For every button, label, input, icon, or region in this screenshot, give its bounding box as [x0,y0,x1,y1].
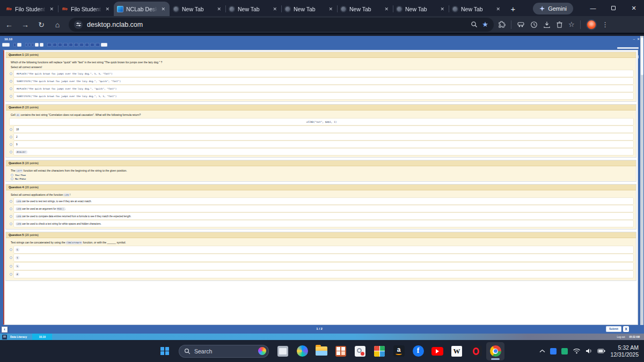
logout-link[interactable]: Log out [617,336,625,338]
quiz-nav-button[interactable] [40,43,43,47]
tab-close-icon[interactable]: ✕ [48,6,55,12]
answer-option[interactable]: % [10,263,633,270]
answer-option[interactable]: LEN can be used to compare data entries … [10,213,633,219]
extensions-icon[interactable] [498,21,506,28]
tab-close-icon[interactable]: ✕ [160,6,166,12]
checkbox-icon[interactable] [10,72,12,75]
quiz-nav-button[interactable] [90,43,94,47]
browser-tab[interactable]: New Tab✕ [337,2,393,16]
restore-button[interactable] [603,0,624,16]
checkbox-icon[interactable] [10,215,12,218]
answer-option[interactable]: No / False [11,177,633,180]
checkbox-icon[interactable] [10,143,12,146]
browser-tab[interactable]: NCLab Desk✕ [114,2,170,16]
taskbar-app-chrome[interactable] [486,342,504,360]
taskbar-app-photos[interactable] [370,342,389,360]
answer-option[interactable]: # [10,271,633,278]
taskbar-app-youtube[interactable] [428,342,447,360]
gemini-button[interactable]: Gemini [533,3,573,14]
history-icon[interactable] [530,21,538,28]
tab-close-icon[interactable]: ✕ [216,6,222,12]
taskbar-app-wikipedia[interactable]: W [448,342,466,360]
minimize-button[interactable]: — [583,0,603,16]
checkbox-icon[interactable] [10,87,12,90]
quiz-nav-button[interactable] [13,43,16,47]
browser-tab[interactable]: New Tab✕ [449,2,504,16]
checkbox-icon[interactable] [10,80,12,83]
wifi-icon[interactable] [573,348,581,354]
answer-option[interactable]: LEN can be used as an argument for MID()… [10,205,633,212]
answer-option[interactable]: 18 [10,126,633,132]
quiz-nav-button[interactable] [32,43,34,47]
answer-option[interactable]: REPLACE("The quick brown fox jumps over … [10,85,633,92]
quiz-nav-button[interactable] [25,43,27,47]
checkbox-icon[interactable] [10,248,12,251]
browser-tab[interactable]: New Tab✕ [281,2,337,16]
downloads-icon[interactable] [543,21,551,28]
checkbox-icon[interactable] [10,95,12,98]
quiz-nav-button[interactable] [85,43,89,47]
scrollbar-thumb[interactable] [641,38,643,75]
answer-option[interactable]: SUBSTITUTE("The quick brown fox jumps ov… [10,93,633,99]
browser-tab[interactable]: filoFilo Student✕ [2,2,58,16]
answer-option[interactable]: LEN can be used to check a text string f… [10,220,633,227]
back-icon[interactable]: ← [2,18,16,32]
answer-option[interactable]: 2 [10,134,633,140]
checkbox-icon[interactable] [10,273,12,276]
new-tab-button[interactable]: + [507,2,519,15]
checkbox-icon[interactable] [10,208,12,210]
answer-option[interactable]: 9 [10,141,633,147]
radio-icon[interactable] [11,178,13,180]
site-settings-icon[interactable] [74,20,83,29]
answer-option[interactable]: #VALUE! [10,149,633,155]
address-bar[interactable]: desktop.nclab.com ★ [69,18,494,32]
taskbar-search[interactable]: Search [179,345,269,358]
tab-close-icon[interactable]: ✕ [327,6,334,12]
taskbar-app-amazon[interactable]: a [390,342,408,360]
page-scrollbar[interactable] [640,36,643,325]
browser-tab[interactable]: New Tab✕ [225,2,281,16]
checkbox-icon[interactable] [10,151,12,153]
quiz-nav-button[interactable] [101,43,107,47]
tab-close-icon[interactable]: ✕ [439,6,445,12]
answer-option[interactable]: SUBSTITUTE("The quick brown fox jumps ov… [10,78,633,84]
quiz-nav-button[interactable] [53,43,57,47]
checkbox-icon[interactable] [10,136,12,138]
taskbar-clock[interactable]: 5:32 AM 12/31/2025 [610,344,639,358]
taskbar-app-facebook[interactable]: f [409,342,427,360]
bookmark-manager-icon[interactable]: ☆ [568,20,575,28]
answer-option[interactable]: Yes / True [11,173,633,176]
url-text[interactable]: desktop.nclab.com [87,21,466,28]
quiz-nav-button[interactable] [96,43,100,47]
browser-tab[interactable]: New Tab✕ [170,2,225,16]
extension-cart-icon[interactable] [517,21,525,28]
answer-option[interactable]: & [10,246,633,253]
taskbar-app-snip[interactable] [351,342,369,360]
taskbar-app-opera[interactable] [467,342,485,360]
browser-tab[interactable]: New Tab✕ [393,2,449,16]
close-button[interactable]: ✕ [624,0,644,16]
quiz-nav-button[interactable] [79,43,84,47]
tray-app-green-icon[interactable] [561,348,568,354]
submit-button[interactable]: Submit [606,326,621,332]
zoom-search-icon[interactable] [471,21,478,28]
quiz-nav-button[interactable] [2,43,10,47]
nclab-open-tab[interactable]: 10.10 [32,334,52,340]
quiz-nav-button[interactable] [28,43,31,47]
profile-avatar[interactable] [586,19,597,30]
answer-option[interactable]: LEN can be used to test text strings, to… [10,198,633,204]
quiz-close-button[interactable]: X [623,326,629,332]
quiz-nav-button[interactable] [63,43,68,47]
answer-option[interactable]: REPLACE("The quick brown fox jumps over … [10,70,633,77]
quiz-nav-button[interactable] [58,43,62,47]
tray-chevron-up-icon[interactable] [539,349,545,353]
delete-icon[interactable] [556,21,563,28]
checkbox-icon[interactable] [10,200,12,203]
checkbox-icon[interactable] [10,128,12,131]
home-icon[interactable]: ⌂ [50,18,64,32]
quiz-nav-button[interactable] [69,43,73,47]
nclab-menu-icon[interactable] [2,335,7,339]
forward-icon[interactable]: → [18,18,32,32]
taskbar-app-copilot[interactable] [293,342,311,360]
quiz-nav-button[interactable] [74,43,78,47]
